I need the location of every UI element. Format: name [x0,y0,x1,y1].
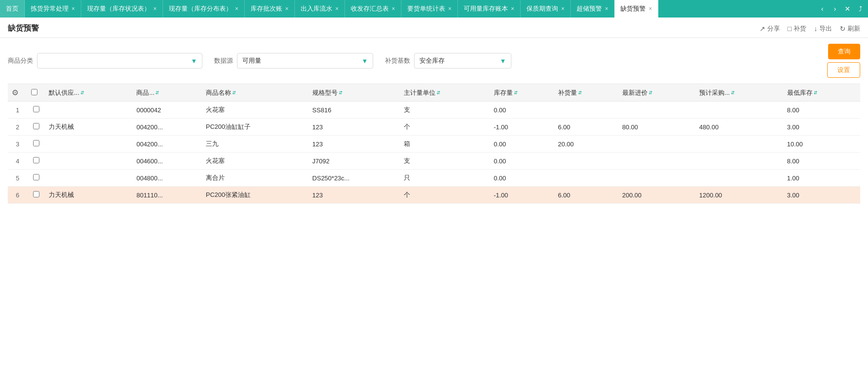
row-spec-5: 123 [308,187,400,204]
tab-item-inventory-status[interactable]: 现存量（库存状况表）× [81,0,163,18]
col-unit-sort-icon[interactable]: ⇵ [436,90,440,95]
row-checkbox-4[interactable] [33,174,39,180]
refresh-button[interactable]: ↻ 刷新 [840,24,860,33]
tab-item-overstock[interactable]: 超储预警× [571,0,615,18]
table-header-row: ⚙ 默认供应... ⇵ 商品... ⇵ [8,84,860,102]
datasource-label: 数据源 [214,56,233,65]
row-checkbox-1[interactable] [33,123,39,129]
tab-close-collect-summary[interactable]: × [392,5,395,12]
tab-next-button[interactable]: › [829,3,841,15]
row-supplier-5: 力天机械 [45,187,132,204]
tab-label: 要货单统计表 [407,4,445,13]
tab-item-shortage[interactable]: 缺货预警× [615,0,658,18]
row-estimated-purchase-5: 1200.00 [695,187,783,204]
row-product-code-0: 0000042 [132,102,202,119]
col-stock-sort-icon[interactable]: ⇵ [514,90,518,95]
table-row: 1 0000042 火花塞 SS816 支 0.00 8.00 [8,102,860,119]
col-latest-price-sort-icon[interactable]: ⇵ [649,90,652,95]
tab-item-home[interactable]: 首页 [0,0,25,18]
row-latest-price-0 [618,102,695,119]
category-select[interactable]: ▼ [37,53,202,69]
tab-close-all-button[interactable]: ✕ [842,3,853,15]
row-product-name-2: 三九 [202,136,308,153]
tab-close-batch-account[interactable]: × [285,5,289,12]
row-spec-3: J7092 [308,153,400,170]
datasource-select[interactable]: 可用量 ▼ [237,53,373,69]
col-min-stock-sort-icon[interactable]: ⇵ [814,90,817,95]
refresh-icon: ↻ [840,25,846,33]
tab-nav-buttons: ‹ › ✕ ⤴ [814,3,868,15]
row-checkbox-cell-5[interactable] [27,187,45,204]
row-checkbox-3[interactable] [33,157,39,163]
tab-item-available-ledger[interactable]: 可用量库存账本× [458,0,521,18]
col-product-code-sort-icon[interactable]: ⇵ [155,90,159,95]
tab-item-pick-anomaly[interactable]: 拣货异常处理× [25,0,81,18]
col-default-supplier-sort-icon[interactable]: ⇵ [80,90,84,95]
col-restock-qty-sort-icon[interactable]: ⇵ [578,90,582,95]
row-checkbox-cell-1[interactable] [27,119,45,136]
row-checkbox-cell-3[interactable] [27,153,45,170]
datasource-dropdown-icon: ▼ [362,57,368,65]
category-filter-group: 商品分类 ▼ [8,53,202,69]
tab-item-in-out-flow[interactable]: 出入库流水× [295,0,345,18]
tab-item-demand-stats[interactable]: 要货单统计表× [401,0,458,18]
row-estimated-purchase-3 [695,153,783,170]
col-spec-label: 规格型号 [312,88,338,97]
settings-button[interactable]: 设置 [827,62,860,78]
row-latest-price-4 [618,170,695,187]
column-settings-icon[interactable]: ⚙ [12,88,18,97]
tab-close-inventory-status[interactable]: × [153,5,157,12]
restock-base-dropdown-icon: ▼ [500,57,506,65]
query-button[interactable]: 查询 [828,44,860,59]
tab-expand-button[interactable]: ⤴ [854,3,866,15]
select-all-checkbox[interactable] [31,89,37,95]
row-stock-5: -1.00 [490,187,554,204]
export-button[interactable]: ↓ 导出 [814,24,832,33]
row-latest-price-3 [618,153,695,170]
tab-close-pick-anomaly[interactable]: × [72,5,75,12]
restock-icon: □ [788,25,792,33]
row-checkbox-0[interactable] [33,106,39,112]
tab-item-inventory-dist[interactable]: 现存量（库存分布表）× [163,0,245,18]
row-checkbox-5[interactable] [33,191,39,197]
row-estimated-purchase-1: 480.00 [695,119,783,136]
tab-close-shortage[interactable]: × [649,5,652,12]
row-checkbox-cell-4[interactable] [27,170,45,187]
row-checkbox-cell-2[interactable] [27,136,45,153]
row-latest-price-1: 80.00 [618,119,695,136]
tab-item-batch-account[interactable]: 库存批次账× [245,0,295,18]
row-checkbox-cell-0[interactable] [27,102,45,119]
row-restock-qty-1: 6.00 [554,119,618,136]
share-icon: ↗ [760,25,765,33]
restock-base-filter-group: 补货基数 安全库存 ▼ [385,53,511,69]
tab-prev-button[interactable]: ‹ [816,3,828,15]
col-estimated-purchase-sort-icon[interactable]: ⇵ [731,90,735,95]
tab-close-inventory-dist[interactable]: × [235,5,238,12]
col-stock-label: 库存量 [494,88,513,97]
row-num-2: 3 [8,136,27,153]
col-stock: 库存量 ⇵ [490,84,554,102]
row-checkbox-2[interactable] [33,140,39,146]
tab-close-in-out-flow[interactable]: × [335,5,339,12]
row-product-name-5: PC200张紧油缸 [202,187,308,204]
tab-close-overstock[interactable]: × [605,5,608,12]
row-stock-1: -1.00 [490,119,554,136]
col-checkbox [27,84,45,102]
tab-label: 缺货预警 [620,4,646,13]
tab-item-expiry-query[interactable]: 保质期查询× [521,0,571,18]
row-num-3: 4 [8,153,27,170]
restock-base-select[interactable]: 安全库存 ▼ [414,53,511,69]
tab-close-demand-stats[interactable]: × [448,5,452,12]
main-content: 缺货预警 ↗ 分享 □ 补货 ↓ 导出 ↻ 刷新 商品分类 [0,18,868,387]
row-product-name-0: 火花塞 [202,102,308,119]
tab-item-collect-summary[interactable]: 收发存汇总表× [345,0,401,18]
share-button[interactable]: ↗ 分享 [760,24,780,33]
restock-button[interactable]: □ 补货 [788,24,806,33]
tab-close-available-ledger[interactable]: × [511,5,514,12]
col-product-name-sort-icon[interactable]: ⇵ [232,90,236,95]
col-spec-sort-icon[interactable]: ⇵ [339,90,343,95]
tab-close-expiry-query[interactable]: × [561,5,564,12]
row-unit-1: 个 [400,119,490,136]
row-latest-price-2 [618,136,695,153]
row-estimated-purchase-2 [695,136,783,153]
